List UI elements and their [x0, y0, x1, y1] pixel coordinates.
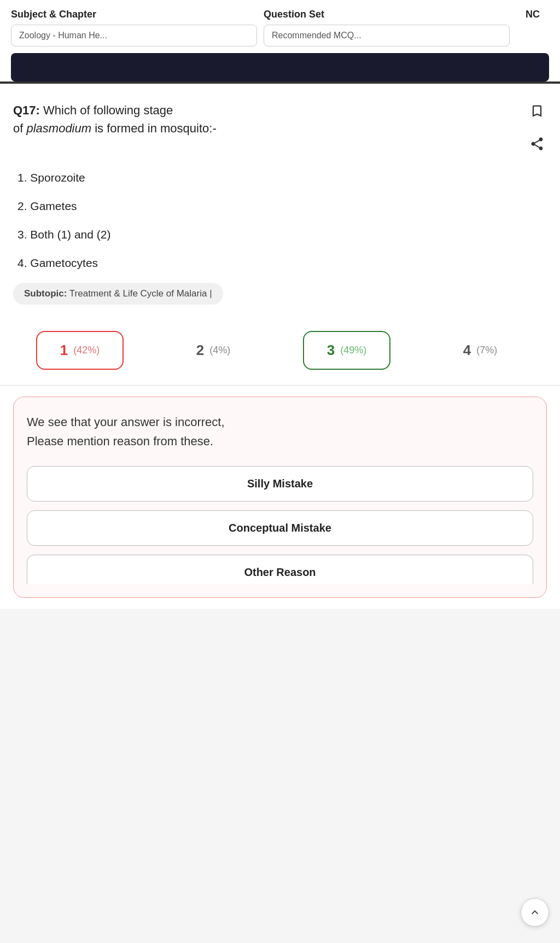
answer-option-2[interactable]: 2 (4%): [170, 332, 257, 369]
subject-value: Zoology - Human He...: [11, 25, 257, 46]
answer-num-2: 2: [196, 342, 204, 359]
question-number: Q17:: [13, 103, 40, 117]
answer-num-3: 3: [327, 342, 335, 359]
answer-option-1[interactable]: 1 (42%): [36, 331, 124, 370]
conceptual-mistake-button[interactable]: Conceptual Mistake: [27, 510, 533, 546]
answer-pct-1: (42%): [73, 345, 100, 356]
question-text-part1: Which of following stage: [40, 103, 173, 117]
nc-col: NC: [516, 9, 549, 20]
feedback-section: We see that your answer is incorrect, Pl…: [0, 386, 560, 609]
scroll-up-button[interactable]: [521, 898, 549, 927]
question-text-part2: of: [13, 121, 26, 135]
header-section: Subject & Chapter Zoology - Human He... …: [0, 0, 560, 83]
answer-pct-4: (7%): [476, 345, 497, 356]
answer-num-4: 4: [463, 342, 471, 359]
option-1-number: 1.: [18, 171, 30, 184]
feedback-line1: We see that your answer is incorrect,: [27, 415, 225, 429]
answer-row-section: 1 (42%) 2 (4%) 3 (49%) 4 (7%): [0, 320, 560, 386]
share-button[interactable]: [527, 134, 547, 154]
question-section: Q17: Which of following stage of plasmod…: [0, 84, 560, 283]
question-text-part3: is formed in mosquito:-: [91, 121, 217, 135]
nc-label: NC: [526, 9, 540, 20]
option-3-text: Both (1) and (2): [30, 228, 110, 241]
option-2-text: Gametes: [30, 200, 77, 212]
option-2-number: 2.: [18, 200, 30, 212]
subject-label: Subject & Chapter: [11, 9, 257, 20]
question-header: Q17: Which of following stage of plasmod…: [13, 101, 547, 154]
option-2: 2. Gametes: [13, 200, 547, 213]
options-list: 1. Sporozoite 2. Gametes 3. Both (1) and…: [13, 171, 547, 270]
question-text: Q17: Which of following stage of plasmod…: [13, 101, 527, 137]
subject-col: Subject & Chapter Zoology - Human He...: [11, 9, 257, 46]
option-3: 3. Both (1) and (2): [13, 228, 547, 241]
feedback-card: We see that your answer is incorrect, Pl…: [13, 397, 547, 598]
subtopic-value: Treatment & Life Cycle of Malaria |: [69, 288, 212, 299]
option-4-text: Gametocytes: [30, 257, 98, 269]
subtopic-badge: Subtopic: Treatment & Life Cycle of Mala…: [13, 283, 223, 305]
feedback-text: We see that your answer is incorrect, Pl…: [27, 412, 533, 451]
silly-mistake-button[interactable]: Silly Mistake: [27, 466, 533, 502]
bookmark-button[interactable]: [527, 101, 547, 121]
question-icons: [527, 101, 547, 154]
feedback-line2: Please mention reason from these.: [27, 434, 213, 448]
dark-bar: [11, 53, 549, 82]
answer-num-1: 1: [60, 342, 68, 359]
option-3-number: 3.: [18, 228, 30, 241]
answer-option-4[interactable]: 4 (7%): [436, 332, 524, 369]
answer-option-3[interactable]: 3 (49%): [303, 331, 390, 370]
answer-pct-3: (49%): [340, 345, 366, 356]
option-4: 4. Gametocytes: [13, 257, 547, 270]
answer-options-row: 1 (42%) 2 (4%) 3 (49%) 4 (7%): [13, 331, 547, 370]
subtopic-label: Subtopic:: [24, 288, 67, 299]
other-reason-partial: Other Reason: [27, 555, 533, 584]
question-set-col: Question Set Recommended MCQ...: [264, 9, 510, 46]
option-1: 1. Sporozoite: [13, 171, 547, 184]
question-set-label: Question Set: [264, 9, 510, 20]
answer-pct-2: (4%): [209, 345, 230, 356]
question-text-italic: plasmodium: [26, 121, 91, 135]
option-1-text: Sporozoite: [30, 171, 85, 184]
header-row: Subject & Chapter Zoology - Human He... …: [11, 9, 549, 46]
question-set-value: Recommended MCQ...: [264, 25, 510, 46]
subtopic-section: Subtopic: Treatment & Life Cycle of Mala…: [0, 283, 560, 320]
reason-buttons: Silly Mistake Conceptual Mistake Other R…: [27, 466, 533, 584]
option-4-number: 4.: [18, 257, 30, 269]
